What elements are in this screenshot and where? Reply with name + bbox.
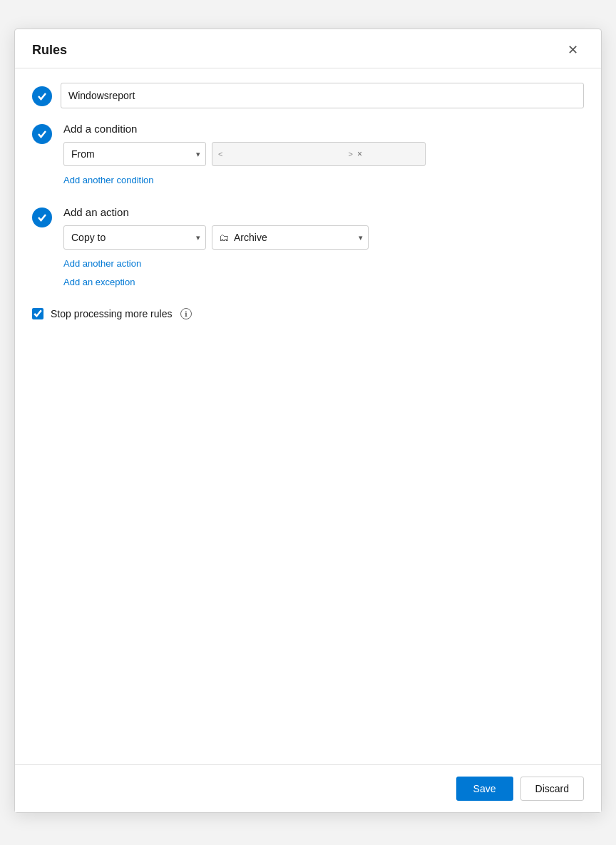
dialog-title: Rules (32, 43, 67, 58)
checkmark-icon (37, 91, 47, 101)
condition-title: Add a condition (63, 123, 584, 135)
action-check-circle (32, 208, 52, 227)
add-exception-button[interactable]: Add an exception (63, 277, 135, 287)
dialog-header: Rules ✕ (15, 29, 601, 68)
angle-open-icon: < (218, 150, 222, 158)
add-condition-button[interactable]: Add another condition (63, 175, 153, 185)
add-action-button[interactable]: Add another action (63, 258, 141, 269)
discard-button[interactable]: Discard (520, 777, 584, 801)
email-inline-input[interactable] (225, 149, 345, 160)
close-button[interactable]: ✕ (562, 41, 584, 59)
stop-processing-row: Stop processing more rules ℹ (32, 308, 584, 319)
condition-check-circle (32, 124, 52, 144)
action-title: Add an action (63, 206, 584, 218)
condition-section: Add a condition From To Subject Has atta… (32, 123, 584, 186)
archive-select-wrapper: 🗂 Archive Inbox Drafts Sent ▾ (212, 225, 369, 250)
email-pill-area[interactable]: < > × (212, 142, 426, 166)
action-checkmark-icon (37, 212, 47, 222)
from-select-wrapper: From To Subject Has attachment ▾ (63, 142, 206, 166)
condition-controls: From To Subject Has attachment ▾ < > × (63, 142, 584, 166)
save-button[interactable]: Save (456, 777, 513, 801)
angle-close-icon: > (348, 150, 352, 158)
stop-processing-checkbox[interactable] (32, 308, 43, 319)
action-section: Add an action Copy to Move to Delete For… (32, 206, 584, 288)
email-pill-close-icon[interactable]: × (357, 149, 362, 159)
dialog-body: Add a condition From To Subject Has atta… (15, 68, 601, 334)
action-content: Add an action Copy to Move to Delete For… (63, 206, 584, 288)
stop-processing-info-icon[interactable]: ℹ (180, 308, 192, 319)
name-row (32, 83, 584, 108)
copy-to-dropdown[interactable]: Copy to Move to Delete Forward to (63, 225, 206, 250)
condition-content: Add a condition From To Subject Has atta… (63, 123, 584, 186)
action-controls: Copy to Move to Delete Forward to ▾ 🗂 Ar… (63, 225, 584, 250)
copy-to-select-wrapper: Copy to Move to Delete Forward to ▾ (63, 225, 206, 250)
stop-processing-label: Stop processing more rules (51, 308, 172, 319)
name-check-circle (32, 86, 52, 106)
dialog-footer: Save Discard (15, 764, 601, 812)
condition-checkmark-icon (37, 129, 47, 139)
archive-dropdown[interactable]: Archive Inbox Drafts Sent (212, 225, 369, 250)
rule-name-input[interactable] (61, 83, 584, 108)
from-dropdown[interactable]: From To Subject Has attachment (63, 142, 206, 166)
rules-dialog: Rules ✕ Add a condition (14, 29, 602, 813)
